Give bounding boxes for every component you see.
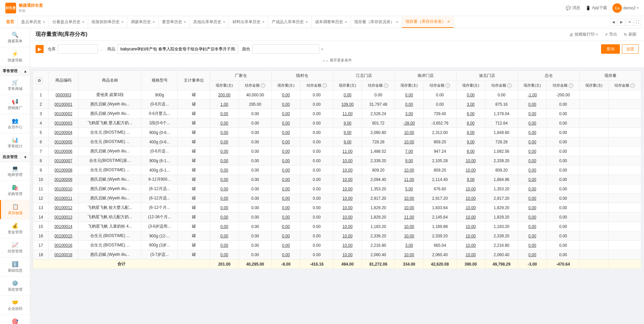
row-f-stock[interactable]: 0.00 — [210, 166, 239, 175]
row-na-stock[interactable]: 10.00 — [395, 222, 424, 231]
row-t-stock[interactable]: 0.00 — [518, 250, 547, 260]
row-ybl-stock[interactable]: 10.00 — [456, 213, 485, 222]
nav-next-btn[interactable]: ▶ — [618, 18, 625, 26]
row-t-stock[interactable]: 0.00 — [518, 213, 547, 222]
sidebar-item-system[interactable]: ⚙️ 系统管理 — [0, 277, 30, 296]
row-t-stock[interactable]: 0.00 — [518, 166, 547, 175]
row-f-stock[interactable]: 0.00 — [210, 213, 239, 222]
row-ybl-stock[interactable]: 8.00 — [456, 147, 485, 156]
row-jb-stock[interactable]: 11.00 — [333, 147, 362, 156]
info-icon-3[interactable]: ⓘ — [384, 83, 388, 88]
tab-assembly[interactable]: 组装拆卸单历史 ✕ — [88, 16, 127, 28]
row-f-stock[interactable]: 1.00 — [210, 100, 239, 109]
row-f-stock[interactable]: 0.00 — [210, 147, 239, 156]
row-s-stock[interactable]: 0.00 — [272, 90, 301, 100]
sidebar-item-operations[interactable]: 📈 经营管理 — [0, 238, 30, 258]
row-code[interactable]: 00100015 — [49, 231, 78, 241]
row-jb-stock[interactable]: 10.00 — [333, 250, 362, 260]
tab-other-out[interactable]: 其他出库单历史 ✕ — [190, 16, 229, 28]
settings-icon[interactable]: ⚙ — [36, 77, 43, 84]
app-download-btn[interactable]: 📱 App下载 — [586, 5, 607, 11]
color-input[interactable] — [252, 44, 319, 54]
print-btn[interactable]: 🖨 按模板打印 ▾ — [567, 31, 600, 38]
row-code[interactable]: 00100001 — [49, 100, 78, 109]
nav-expand-btn[interactable]: ⛶ — [634, 18, 641, 26]
tab-stock-distribution[interactable]: 现存量（库存分布表）✕ — [402, 16, 453, 28]
row-t-stock[interactable]: 0.00 — [518, 184, 547, 194]
row-jb-stock[interactable]: 9.00 — [333, 119, 362, 128]
search-btn[interactable]: 查询 — [601, 44, 620, 54]
row-jb-stock[interactable]: 10.00 — [333, 175, 362, 184]
close-icon[interactable]: ✕ — [262, 20, 265, 24]
row-f-stock[interactable]: 0.00 — [210, 109, 239, 119]
row-s-stock[interactable]: 0.00 — [272, 100, 301, 109]
row-na-stock[interactable]: 10.00 — [395, 194, 424, 203]
tab-order[interactable]: 要货单历史 ✕ — [159, 16, 190, 28]
row-jb-stock[interactable]: 10.00 — [333, 231, 362, 241]
row-f-stock[interactable]: 0.00 — [210, 137, 239, 147]
row-f-stock[interactable]: 0.00 — [210, 250, 239, 260]
close-icon[interactable]: ✕ — [344, 20, 347, 24]
row-na-stock[interactable]: 11.00 — [395, 175, 424, 184]
row-f-stock[interactable]: 0.00 — [210, 175, 239, 184]
sidebar-item-search[interactable]: 🔍 搜索英单 — [0, 28, 30, 47]
row-t-stock[interactable]: 0.00 — [518, 100, 547, 109]
sidebar-item-enterprise[interactable]: 🤝 企业协同 — [0, 296, 30, 315]
row-ybl-stock[interactable]: 6.00 — [456, 109, 485, 119]
row-jb-stock[interactable]: 109.00 — [333, 100, 362, 109]
row-na-stock[interactable]: 10.00 — [395, 128, 424, 137]
row-na-stock[interactable]: 10.00 — [395, 203, 424, 213]
row-f-stock[interactable]: 0.00 — [210, 231, 239, 241]
export-btn[interactable]: ↗ 导出 — [602, 31, 619, 38]
row-ybl-stock[interactable]: 0.00 — [456, 90, 485, 100]
row-na-stock[interactable]: 3.00 — [395, 109, 424, 119]
row-code[interactable]: 00100011 — [49, 194, 78, 203]
sidebar-item-inventory[interactable]: 📋 库存核算 — [0, 200, 30, 219]
row-code[interactable]: 00100004 — [49, 128, 78, 137]
row-jb-stock[interactable]: 10.00 — [333, 222, 362, 231]
tab-inventory-history[interactable]: 盘点单历史 ✕ — [18, 16, 49, 28]
row-f-stock[interactable]: 200.00 — [210, 90, 239, 100]
sidebar-item-shortcuts[interactable]: ⚡ 快捷导航 — [0, 47, 30, 66]
row-f-stock[interactable]: 0.00 — [210, 119, 239, 128]
info-icon-4[interactable]: ⓘ — [445, 83, 450, 88]
row-na-stock[interactable]: 5.00 — [395, 184, 424, 194]
tab-stock-status[interactable]: 现存量（库存状况表）✕ — [351, 16, 402, 28]
row-t-stock[interactable]: 0.00 — [518, 231, 547, 241]
row-f-stock[interactable]: 0.00 — [210, 194, 239, 203]
row-code[interactable]: 00100008 — [49, 166, 78, 175]
close-icon[interactable]: ✕ — [223, 20, 225, 24]
user-menu[interactable]: Ea demo2 ▾ — [612, 3, 639, 13]
row-ybl-stock[interactable]: 10.00 — [456, 222, 485, 231]
row-t-stock[interactable]: 0.00 — [518, 203, 547, 213]
row-code[interactable]: 00100012 — [49, 203, 78, 213]
row-t-stock[interactable]: 0.00 — [518, 137, 547, 147]
row-f-stock[interactable]: 0.00 — [210, 203, 239, 213]
row-s-stock[interactable]: 0.00 — [272, 175, 301, 184]
row-code[interactable]: 00100007 — [49, 156, 78, 166]
row-s-stock[interactable]: 0.00 — [272, 119, 301, 128]
row-ybl-stock[interactable]: 10.00 — [456, 241, 485, 250]
row-na-stock[interactable]: 7.00 — [395, 147, 424, 156]
info-icon[interactable]: ⓘ — [261, 83, 265, 88]
info-icon-5[interactable]: ⓘ — [507, 83, 512, 88]
sidebar-item-finance[interactable]: 💰 资金管理 — [0, 219, 30, 238]
row-jb-stock[interactable]: 9.00 — [333, 128, 362, 137]
tab-home[interactable]: 首页 — [3, 16, 18, 28]
info-icon-6[interactable]: ⓘ — [569, 83, 573, 88]
row-s-stock[interactable]: 0.00 — [272, 137, 301, 147]
row-code[interactable]: 00100010 — [49, 184, 78, 194]
row-t-stock[interactable]: 0.00 — [518, 175, 547, 184]
col-settings[interactable]: ⚙ — [33, 71, 49, 90]
row-code[interactable]: 00100006 — [49, 147, 78, 156]
row-s-stock[interactable]: 0.00 — [272, 213, 301, 222]
row-code[interactable]: 00100014 — [49, 222, 78, 231]
row-ybl-stock[interactable]: 10.00 — [456, 156, 485, 166]
row-f-stock[interactable]: 0.00 — [210, 156, 239, 166]
row-code[interactable]: 00100005 — [49, 137, 78, 147]
row-code[interactable]: 00100013 — [49, 213, 78, 222]
sidebar-item-basic-info[interactable]: ℹ️ 基础信息 — [0, 258, 30, 277]
row-t-stock[interactable]: -1.00 — [518, 90, 547, 100]
row-ybl-stock[interactable]: 10.00 — [456, 250, 485, 260]
row-s-stock[interactable]: 0.00 — [272, 184, 301, 194]
